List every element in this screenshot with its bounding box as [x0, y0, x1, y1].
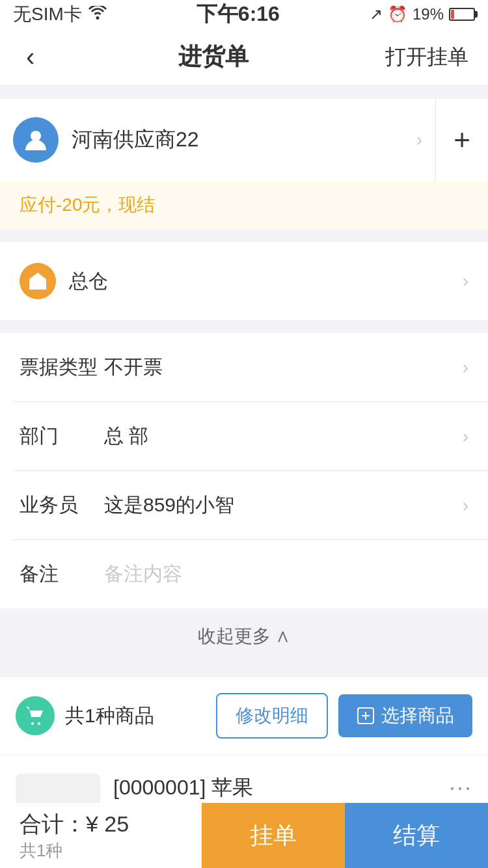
warning-banner: 应付-20元，现结 [0, 181, 488, 229]
dept-label: 部门 [20, 423, 104, 450]
supplier-chevron: › [416, 129, 422, 150]
products-header: 共1种商品 修改明细 选择商品 [0, 677, 488, 754]
action-bar: 合计：¥ 25 共1种 挂单 结算 [0, 803, 488, 868]
warehouse-row[interactable]: 总仓 › [0, 242, 488, 320]
total-section: 合计：¥ 25 共1种 [0, 803, 202, 868]
supplier-row[interactable]: 河南供应商22 › [0, 99, 436, 181]
sales-label: 业务员 [20, 492, 104, 519]
note-label: 备注 [20, 561, 104, 588]
sales-value: 这是859的小智 [104, 492, 456, 519]
open-pending-button[interactable]: 打开挂单 [385, 43, 468, 72]
total-label: 合计： [20, 811, 86, 836]
gap-1 [0, 86, 488, 99]
products-count: 共1种商品 [65, 703, 206, 729]
product-name: [0000001] 苹果 [113, 774, 436, 802]
nav-bar: ‹ 进货单 打开挂单 [0, 29, 488, 86]
total-amount: 合计：¥ 25 [20, 809, 182, 839]
svg-point-3 [38, 722, 40, 725]
invoice-chevron: › [463, 357, 468, 378]
collapse-row[interactable]: 收起更多 ∧ [0, 608, 488, 664]
hang-button[interactable]: 挂单 [202, 803, 345, 868]
gap-4 [0, 664, 488, 677]
select-product-label: 选择商品 [381, 703, 454, 728]
product-title: 苹果 [211, 776, 253, 799]
warehouse-section: 总仓 › [0, 242, 488, 320]
dept-chevron: › [463, 426, 468, 447]
checkout-button[interactable]: 结算 [345, 803, 488, 868]
back-button[interactable]: ‹ [20, 36, 41, 78]
product-code: [0000001] [113, 776, 211, 799]
warehouse-icon-wrap [20, 263, 56, 299]
status-right: ↗ ⏰ 19% [370, 5, 475, 23]
supplier-name: 河南供应商22 [72, 126, 410, 154]
warehouse-icon [28, 271, 47, 291]
status-left: 无SIM卡 [13, 2, 107, 27]
more-dots-icon: ··· [449, 774, 472, 800]
network-label: 无SIM卡 [13, 2, 82, 27]
gap-3 [0, 320, 488, 333]
dept-row[interactable]: 部门 总 部 › [0, 402, 488, 470]
form-section: 票据类型 不开票 › 部门 总 部 › 业务员 这是859的小智 › 备注 备注… [0, 333, 488, 608]
warehouse-name: 总仓 [69, 268, 456, 295]
cart-icon [25, 705, 46, 726]
more-options-button[interactable]: ··· [449, 774, 472, 801]
alarm-icon: ⏰ [388, 5, 407, 23]
add-supplier-button[interactable]: + [436, 111, 488, 169]
invoice-value: 不开票 [104, 354, 456, 381]
dept-value: 总 部 [104, 423, 456, 450]
total-value: ¥ 25 [86, 811, 129, 836]
select-product-button[interactable]: 选择商品 [338, 694, 472, 737]
sales-row[interactable]: 业务员 这是859的小智 › [0, 471, 488, 539]
status-bar: 无SIM卡 下午6:16 ↗ ⏰ 19% [0, 0, 488, 29]
location-icon: ↗ [370, 5, 383, 23]
svg-point-2 [31, 722, 34, 725]
sales-chevron: › [463, 495, 468, 516]
collapse-label: 收起更多 ∧ [198, 624, 291, 649]
edit-detail-button[interactable]: 修改明细 [216, 693, 328, 739]
note-placeholder: 备注内容 [104, 561, 468, 588]
total-count: 共1种 [20, 839, 182, 862]
person-icon [23, 127, 49, 153]
time-label: 下午6:16 [197, 0, 280, 29]
page-title: 进货单 [178, 41, 249, 73]
gap-2 [0, 229, 488, 242]
battery-icon [449, 8, 475, 21]
battery-percent: 19% [413, 5, 444, 23]
note-row[interactable]: 备注 备注内容 [0, 540, 488, 608]
wifi-icon [88, 4, 107, 25]
supplier-avatar [13, 117, 59, 163]
svg-rect-1 [34, 283, 41, 290]
supplier-section: 河南供应商22 › + [0, 99, 488, 181]
invoice-row[interactable]: 票据类型 不开票 › [0, 333, 488, 401]
svg-point-0 [31, 131, 41, 141]
products-icon-wrap [16, 696, 55, 735]
select-product-icon [357, 707, 375, 725]
invoice-label: 票据类型 [20, 354, 104, 381]
warehouse-chevron: › [463, 271, 468, 292]
